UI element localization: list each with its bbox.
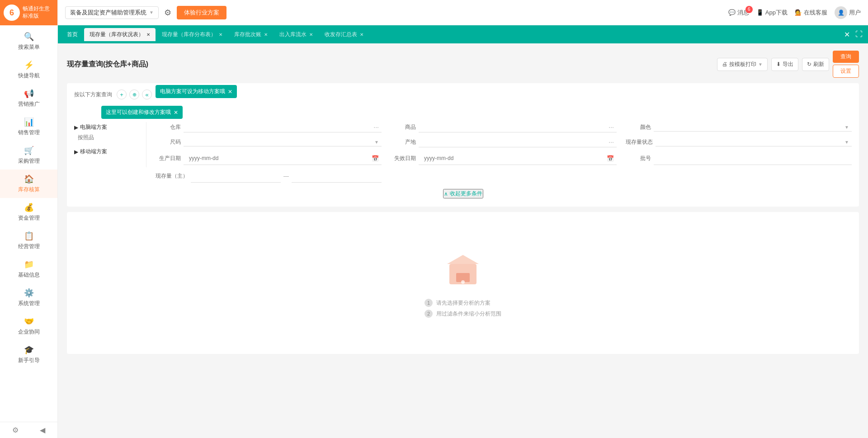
result-area: 1 请先选择要分析的方案 2 用过滤条件来缩小分析范围 — [67, 212, 859, 354]
tooltip-scheme-mobile: 电脑方案可设为移动方案哦 ✕ — [156, 85, 237, 98]
toolbar-right: 🖨 按模板打印 ▼ ⬇ 导出 ↻ 刷新 查询 设置 — [717, 51, 859, 78]
sidebar-item-marketing[interactable]: 📢 营销推广 — [0, 84, 57, 113]
inventory-min-input[interactable] — [193, 171, 278, 181]
sidebar-item-label: 经营管理 — [18, 243, 40, 250]
settings-gear-icon[interactable]: ⚙ — [164, 8, 171, 18]
top-header: 装备及固定资产辅助管理系统 ▼ ⚙ 体验行业方案 💬 消息 6 📱 App下载 … — [58, 0, 868, 25]
system-selector[interactable]: 装备及固定资产辅助管理系统 ▼ — [65, 6, 159, 19]
collapse-footer-btn[interactable]: ◀ — [40, 426, 45, 434]
close-all-tabs-btn[interactable]: ✕ — [842, 28, 852, 41]
empty-svg — [440, 248, 486, 293]
tab-batch-account[interactable]: 库存批次账 ✕ — [229, 28, 273, 41]
fullscreen-btn[interactable]: ⛶ — [854, 28, 864, 41]
tooltip2-close-btn[interactable]: ✕ — [174, 109, 178, 116]
svg-marker-1 — [447, 255, 479, 264]
svg-point-3 — [461, 280, 465, 284]
tab-close-icon[interactable]: ✕ — [309, 32, 313, 37]
app-download-btn[interactable]: 📱 App下载 — [756, 9, 788, 17]
tab-close-icon[interactable]: ✕ — [264, 32, 268, 37]
messages-btn[interactable]: 💬 消息 6 — [728, 9, 749, 17]
produce-date-input[interactable] — [186, 153, 372, 163]
user-menu[interactable]: 👤 用户 — [835, 6, 861, 19]
inventory-icon: 🏠 — [24, 174, 34, 184]
scheme-group-mobile-label: 移动端方案 — [80, 148, 107, 155]
tab-label: 库存批次账 — [234, 31, 261, 38]
add-scheme-btn[interactable]: + — [117, 89, 127, 99]
search-btn[interactable]: 查询 — [833, 51, 859, 63]
origin-ellipsis-btn[interactable]: ··· — [609, 138, 614, 146]
empty-state: 1 请先选择要分析的方案 2 用过滤条件来缩小分析范围 — [76, 221, 850, 345]
collapse-more-btn[interactable]: ∧ 收起更多条件 — [443, 189, 483, 198]
sidebar-item-enterprise[interactable]: 🤝 企业协同 — [0, 312, 57, 340]
tab-inventory-distribution[interactable]: 现存量（库存分布表） ✕ — [156, 28, 228, 41]
print-label: 按模板打印 — [729, 61, 756, 68]
empty-step-1: 1 请先选择要分析的方案 — [425, 299, 501, 307]
empty-steps: 1 请先选择要分析的方案 2 用过滤条件来缩小分析范围 — [425, 299, 501, 318]
tab-inventory-status[interactable]: 现存量（库存状况表） ✕ — [84, 28, 156, 41]
trial-button[interactable]: 体验行业方案 — [177, 6, 226, 19]
sidebar-item-label: 快捷导航 — [18, 72, 40, 80]
tab-label: 现存量（库存分布表） — [162, 31, 216, 38]
sidebar-item-label: 营销推广 — [18, 100, 40, 108]
sidebar-item-basic[interactable]: 📁 基础信息 — [0, 255, 57, 283]
inventory-max-input[interactable] — [294, 171, 379, 181]
refresh-btn[interactable]: ↻ 刷新 — [802, 58, 829, 71]
sidebar-item-inventory[interactable]: 🏠 库存核算 — [0, 170, 57, 198]
sidebar-item-sales[interactable]: 📊 销售管理 — [0, 113, 57, 141]
step-text-2: 用过滤条件来缩小分析范围 — [436, 310, 501, 318]
filter-more-row: ∧ 收起更多条件 — [74, 187, 852, 200]
settings-footer-btn[interactable]: ⚙ — [12, 426, 19, 434]
collapse-label: 收起更多条件 — [450, 190, 482, 198]
field-status: 现存量状态 ▼ — [626, 138, 852, 146]
reset-btn[interactable]: 设置 — [833, 65, 859, 78]
export-btn[interactable]: ⬇ 导出 — [771, 58, 798, 71]
tab-home[interactable]: 首页 — [61, 28, 83, 41]
filter-label: 按以下方案查询 — [74, 91, 112, 99]
sidebar-item-operations[interactable]: 📋 经营管理 — [0, 226, 57, 255]
tab-summary[interactable]: 收发存汇总表 ✕ — [319, 28, 369, 41]
sidebar-item-purchase[interactable]: 🛒 采购管理 — [0, 141, 57, 170]
warehouse-ellipsis-btn[interactable]: ··· — [373, 123, 379, 131]
tooltip1-close-btn[interactable]: ✕ — [228, 89, 232, 95]
batch-input[interactable] — [656, 153, 849, 163]
sidebar-item-search[interactable]: 🔍 搜索菜单 — [0, 27, 57, 56]
back-scheme-btn[interactable]: « — [142, 89, 152, 99]
size-dropdown-arrow[interactable]: ▼ — [374, 140, 379, 145]
copy-scheme-btn[interactable]: ⊕ — [129, 89, 139, 99]
color-dropdown-arrow[interactable]: ▼ — [844, 125, 849, 130]
expire-date-input[interactable] — [421, 153, 607, 163]
warehouse-label: 仓库 — [156, 123, 181, 131]
tooltip-text2: 这里可以创建和修改方案哦 — [106, 108, 171, 116]
scheme-group-mobile-title[interactable]: ▶ 移动端方案 — [74, 146, 141, 157]
color-label: 颜色 — [626, 123, 651, 131]
search-icon: 🔍 — [24, 32, 34, 42]
page-header: 现存量查询(按仓库+商品) 🖨 按模板打印 ▼ ⬇ 导出 ↻ 刷新 查询 设置 — [67, 51, 859, 78]
sidebar-item-finance[interactable]: 💰 资金管理 — [0, 198, 57, 226]
field-color: 颜色 ▼ — [626, 123, 852, 132]
status-dropdown-arrow[interactable]: ▼ — [844, 140, 849, 145]
sidebar-item-label: 搜索菜单 — [18, 43, 40, 51]
tab-close-icon[interactable]: ✕ — [360, 32, 363, 37]
sidebar-item-label: 基础信息 — [18, 271, 40, 279]
collapse-icon: ∧ — [444, 191, 448, 197]
field-inventory-range: 现存量（主） — — [156, 170, 382, 183]
tab-close-icon[interactable]: ✕ — [146, 32, 150, 37]
sidebar-item-guide[interactable]: 🎓 新手引导 — [0, 340, 57, 369]
tab-close-icon[interactable]: ✕ — [219, 32, 222, 37]
filter-form-container: 仓库 ··· 商品 ··· — [156, 122, 852, 187]
print-btn[interactable]: 🖨 按模板打印 ▼ — [717, 58, 768, 71]
scheme-item-desktop[interactable]: 按照品 — [74, 132, 141, 143]
scheme-group-desktop-title[interactable]: ▶ 电脑端方案 — [74, 122, 141, 132]
purchase-icon: 🛒 — [24, 146, 34, 155]
sidebar-item-system[interactable]: ⚙️ 系统管理 — [0, 283, 57, 312]
tab-inout-flow[interactable]: 出入库流水 ✕ — [274, 28, 318, 41]
field-goods: 商品 ··· — [391, 122, 617, 132]
message-badge: 6 — [745, 6, 753, 13]
tabs-end-btns: ✕ ⛶ — [842, 28, 864, 41]
produce-date-calendar-icon[interactable]: 📅 — [372, 155, 379, 162]
sidebar-footer: ⚙ ◀ — [0, 422, 57, 438]
support-btn[interactable]: 💁 在线客服 — [795, 9, 827, 17]
expire-date-calendar-icon[interactable]: 📅 — [607, 155, 614, 162]
sidebar-item-quicknav[interactable]: ⚡ 快捷导航 — [0, 56, 57, 84]
goods-ellipsis-btn[interactable]: ··· — [609, 123, 614, 131]
